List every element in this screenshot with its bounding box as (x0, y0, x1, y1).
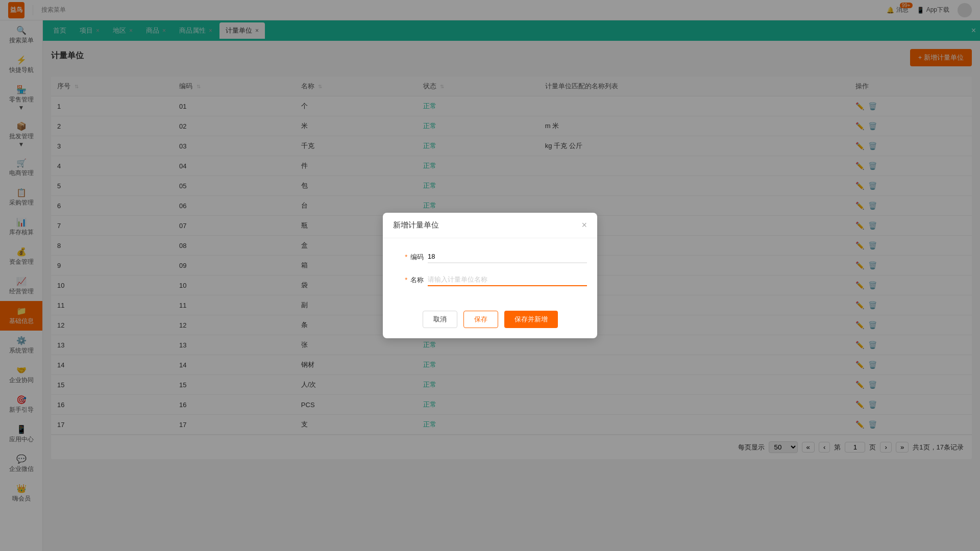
modal-close-button[interactable]: × (581, 220, 587, 231)
modal-body: * 编码 * 名称 (383, 238, 597, 305)
form-row-name: * 名称 (393, 273, 587, 286)
modal-footer: 取消 保存 保存并新增 (383, 305, 597, 338)
form-row-code: * 编码 (393, 251, 587, 263)
cancel-button[interactable]: 取消 (423, 311, 457, 328)
save-and-new-button[interactable]: 保存并新增 (504, 311, 558, 328)
modal-overlay: 新增计量单位 × * 编码 * 名称 取消 保存 保存并新增 (0, 0, 980, 551)
code-label: * 编码 (393, 253, 424, 262)
save-button[interactable]: 保存 (463, 311, 498, 328)
required-star: * (405, 276, 407, 284)
add-unit-modal: 新增计量单位 × * 编码 * 名称 取消 保存 保存并新增 (383, 213, 597, 338)
code-input[interactable] (428, 251, 587, 263)
required-star: * (405, 253, 407, 261)
modal-title: 新增计量单位 (393, 220, 439, 230)
name-label: * 名称 (393, 276, 424, 285)
name-input[interactable] (428, 273, 587, 286)
modal-header: 新增计量单位 × (383, 213, 597, 238)
